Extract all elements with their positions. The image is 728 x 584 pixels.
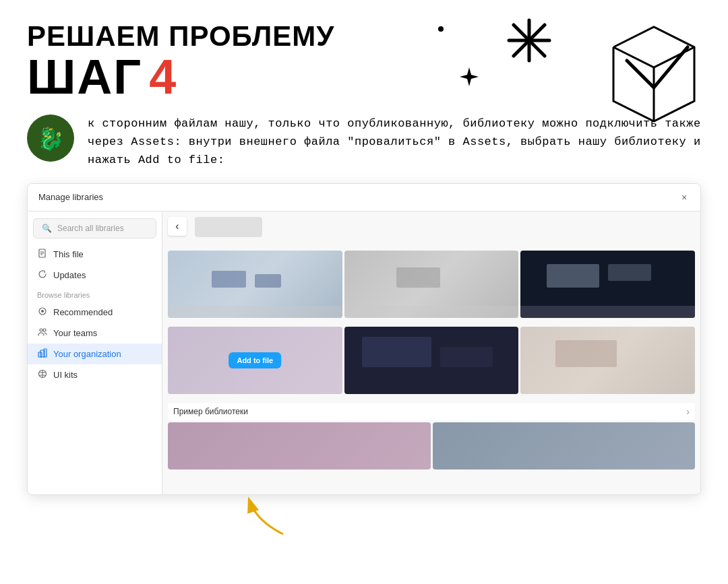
sidebar-item-label: Your organization (53, 349, 121, 359)
manage-libraries-dialog: Manage libraries × 🔍 Search all librarie… (27, 183, 701, 495)
updates-icon (37, 269, 48, 281)
library-name-text: Пример библиотеки (173, 407, 248, 416)
sidebar-item-recommended[interactable]: Recommended (28, 302, 162, 323)
add-to-file-button[interactable]: Add to file (229, 352, 281, 368)
grid-cell-5 (344, 327, 519, 394)
grid-cell-6 (520, 327, 695, 394)
arrow-annotation (236, 487, 290, 544)
browse-section-label: Browse libraries (28, 286, 162, 302)
avatar: 🐉 (27, 115, 74, 162)
header-section: РЕШАЕМ ПРОБЛЕМУ ШАГ 4 (0, 0, 728, 115)
grid-row-1 (168, 251, 695, 325)
step-label-text: ШАГ (27, 53, 142, 101)
dialog-body: 🔍 Search all libraries This file (28, 212, 700, 494)
search-placeholder-text: Search all libraries (57, 224, 124, 233)
sidebar-item-label: Recommended (53, 307, 113, 317)
dialog-header: Manage libraries × (28, 184, 700, 212)
grid-cell-3 (520, 251, 695, 318)
search-box[interactable]: 🔍 Search all libraries (33, 218, 156, 238)
asterisk-star-icon (506, 17, 553, 67)
chevron-right-icon: › (686, 406, 690, 417)
small-star-icon (460, 67, 479, 89)
teams-icon (37, 327, 48, 339)
organization-icon (37, 348, 48, 360)
deco-dot (437, 24, 445, 36)
dialog-title: Manage libraries (38, 192, 103, 202)
svg-point-0 (438, 26, 444, 32)
sidebar-item-your-organization[interactable]: Your organization (28, 344, 162, 364)
checkmark-3d-icon (600, 7, 708, 131)
file-icon (37, 249, 48, 260)
svg-point-14 (41, 310, 44, 313)
sidebar-item-ui-kits[interactable]: UI kits (28, 364, 162, 385)
svg-marker-5 (460, 67, 479, 86)
grid-row-3 (168, 422, 695, 469)
grid-cell-8 (433, 422, 696, 469)
grid-row-2: Add to file (168, 327, 695, 401)
library-grid: Add to file Пример библиотеки › (162, 245, 700, 494)
sidebar-item-this-file[interactable]: This file (28, 244, 162, 265)
sidebar-item-label: This file (53, 249, 84, 259)
sidebar-item-label: Your teams (53, 328, 97, 338)
sidebar-item-your-teams[interactable]: Your teams (28, 323, 162, 344)
grid-cell-4-library: Add to file (168, 327, 342, 394)
sidebar-item-updates[interactable]: Updates (28, 265, 162, 286)
ui-kits-icon (37, 369, 48, 381)
grid-cell-2 (344, 251, 519, 318)
svg-text:🐉: 🐉 (37, 126, 64, 152)
svg-rect-19 (44, 349, 47, 357)
top-placeholder (195, 217, 262, 237)
sidebar-item-label: Updates (53, 270, 86, 280)
grid-cell-7 (168, 422, 431, 469)
recommended-icon (37, 306, 48, 318)
sidebar: 🔍 Search all libraries This file (28, 212, 162, 494)
search-icon: 🔍 (42, 224, 52, 233)
step-number: 4 (149, 53, 177, 101)
grid-cell-1 (168, 251, 342, 318)
close-button[interactable]: × (679, 192, 690, 203)
svg-point-15 (40, 329, 42, 331)
library-name-row[interactable]: Пример библиотеки › (168, 403, 695, 420)
svg-point-16 (43, 329, 46, 331)
sidebar-item-label: UI kits (53, 370, 78, 380)
main-content-area: ‹ (162, 212, 700, 494)
back-button[interactable]: ‹ (168, 217, 187, 236)
